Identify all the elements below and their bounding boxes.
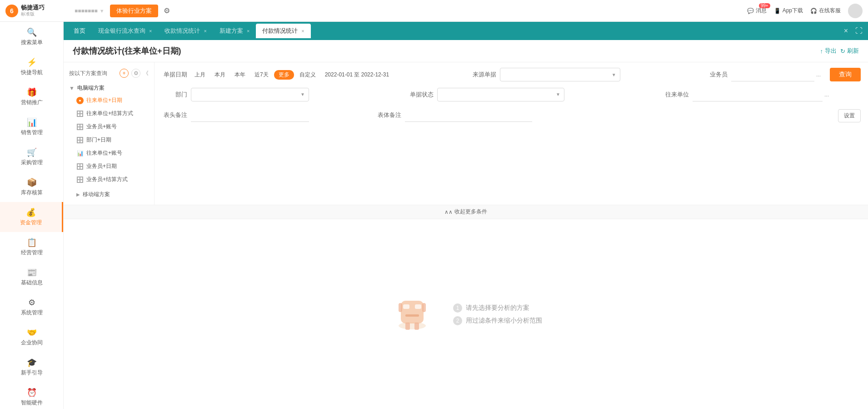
sidebar-label-collab: 企业协同	[21, 339, 43, 347]
setting-button[interactable]: 设置	[838, 109, 861, 122]
sidebar-item-collab[interactable]: 🤝 企业协同	[0, 322, 63, 352]
counterpart-dots[interactable]: ...	[824, 91, 829, 98]
sidebar-item-quicknav[interactable]: ⚡ 快捷导航	[0, 52, 63, 82]
breadcrumb-path: ■■■■■■■	[75, 8, 98, 14]
tabs-bar: 首页 现金银行流水查询 × 收款情况统计 × 新建方案 × 付款情况统计 ×	[64, 22, 868, 40]
query-button[interactable]: 查询	[830, 68, 861, 81]
message-item[interactable]: 💬 消息 99+	[747, 7, 767, 15]
docstatus-select[interactable]: ▼	[437, 88, 564, 101]
breadcrumb-arrow: ▼	[100, 8, 105, 14]
date-btn-last-month[interactable]: 上月	[191, 70, 209, 80]
date-btn-custom[interactable]: 自定义	[296, 70, 319, 80]
staff-input[interactable]	[731, 68, 814, 81]
user-avatar[interactable]	[848, 4, 863, 18]
sidebar-item-search[interactable]: 🔍 搜索菜单	[0, 22, 63, 52]
header-actions: ↑ 导出 ↻ 刷新	[820, 47, 859, 55]
date-range: 2022-01-01 至 2022-12-31	[325, 71, 389, 79]
sidebar-label-sales: 销售管理	[21, 129, 43, 136]
sales-icon: 📊	[27, 117, 37, 127]
scheme-item-0[interactable]: ● 往来单位+日期	[64, 94, 154, 107]
empty-hint-2: 2 用过滤条件来缩小分析范围	[453, 316, 542, 325]
tab-payment[interactable]: 付款情况统计 ×	[256, 24, 310, 38]
maximize-btn[interactable]: ⛶	[853, 25, 864, 37]
close-all-btn[interactable]: ×	[842, 25, 850, 37]
date-btn-this-year[interactable]: 本年	[231, 70, 249, 80]
sidebar-label-marketing: 营销推广	[21, 99, 43, 106]
bodynote-input[interactable]	[405, 108, 532, 122]
tab-home[interactable]: 首页	[67, 24, 92, 38]
app-download-item[interactable]: 📱 App下载	[774, 7, 803, 15]
scheme-item-4[interactable]: 📊 往来单位+账号	[64, 146, 154, 160]
sidebar-item-business[interactable]: 📋 经营管理	[0, 232, 63, 262]
scheme-group-mobile[interactable]: ▶ 移动端方案	[64, 189, 154, 200]
scheme-item-2[interactable]: 业务员+账号	[64, 120, 154, 133]
collapse-chevron: ∧∧	[444, 209, 453, 215]
settings-scheme-btn[interactable]: ⚙	[131, 69, 140, 78]
staff-dots[interactable]: ...	[816, 71, 821, 78]
sidebar-item-system[interactable]: ⚙ 系统管理	[0, 292, 63, 322]
scheme-sidebar: 按以下方案查询 + ⚙ 《 ▼ 电脑端方案	[64, 62, 155, 205]
sidebar-label-inventory: 库存核算	[21, 189, 43, 197]
sidebar-label-guide: 新手引导	[21, 369, 43, 377]
refresh-button[interactable]: ↻ 刷新	[840, 47, 859, 55]
scheme-item-6[interactable]: 业务员+结算方式	[64, 173, 154, 186]
sidebar-item-hardware[interactable]: ⏰ 智能硬件	[0, 382, 63, 409]
sidebar-item-guide[interactable]: 🎓 新手引导	[0, 352, 63, 382]
scheme-header: 按以下方案查询 + ⚙ 《	[64, 67, 154, 80]
tab-cashflow-close[interactable]: ×	[149, 28, 152, 34]
date-btn-7days[interactable]: 近7天	[251, 70, 272, 80]
inventory-icon: 📦	[27, 177, 37, 187]
scheme-item-label-0: 往来单位+日期	[86, 96, 122, 104]
export-label: 导出	[825, 47, 837, 55]
scheme-item-label-4: 往来单位+账号	[86, 149, 122, 157]
scheme-item-1[interactable]: 往来单位+结算方式	[64, 107, 154, 120]
content-header: 付款情况统计(往来单位+日期) ↑ 导出 ↻ 刷新	[64, 40, 868, 62]
svg-rect-1	[401, 301, 424, 323]
scheme-item-icon-6	[76, 176, 84, 183]
headernote-label: 表头备注	[162, 111, 187, 119]
online-service-item[interactable]: 🎧 在线客服	[810, 7, 841, 15]
counterpart-input[interactable]	[693, 88, 823, 101]
scheme-item-label-1: 往来单位+结算方式	[86, 110, 133, 117]
system-icon: ⚙	[28, 298, 35, 308]
sidebar-item-marketing[interactable]: 🎁 营销推广	[0, 82, 63, 112]
collapse-more-btn[interactable]: ∧∧ 收起更多条件	[64, 205, 868, 218]
tab-newscheme-close[interactable]: ×	[247, 28, 249, 34]
tab-receipt-close[interactable]: ×	[204, 28, 206, 34]
export-button[interactable]: ↑ 导出	[820, 47, 837, 55]
settings-icon[interactable]: ⚙	[164, 6, 170, 15]
tab-payment-close[interactable]: ×	[301, 28, 304, 34]
dept-select[interactable]: ▼	[191, 88, 309, 101]
source-select[interactable]: ▼	[500, 68, 620, 81]
date-btn-more[interactable]: 更多	[274, 70, 294, 80]
docstatus-label: 单据状态	[408, 91, 434, 99]
scheme-item-3[interactable]: 部门+日期	[64, 133, 154, 146]
scheme-group-title-desktop[interactable]: ▼ 电脑端方案	[64, 82, 154, 94]
sidebar-item-finance[interactable]: 💰 资金管理	[0, 202, 63, 232]
headernote-input[interactable]	[191, 108, 309, 122]
add-scheme-btn[interactable]: +	[120, 69, 129, 78]
sidebar-item-purchase[interactable]: 🛒 采购管理	[0, 142, 63, 172]
trial-button[interactable]: 体验行业方案	[110, 5, 158, 17]
tab-cashflow-label: 现金银行流水查询	[98, 27, 145, 35]
robot-wrapper	[389, 287, 435, 333]
sidebar-item-basic[interactable]: 📰 基础信息	[0, 262, 63, 292]
tab-newscheme[interactable]: 新建方案 ×	[213, 24, 256, 38]
filter-row-1: 单据日期 上月 本月 本年 近7天 更多 自定义 2022-01-01 至 20…	[162, 68, 861, 81]
scheme-item-label-5: 业务员+日期	[86, 162, 117, 170]
tab-receipt[interactable]: 收款情况统计 ×	[158, 24, 213, 38]
scheme-collapse-btn[interactable]: 《	[143, 70, 149, 77]
scheme-item-5[interactable]: 业务员+日期	[64, 160, 154, 173]
tab-receipt-label: 收款情况统计	[165, 27, 200, 35]
hardware-icon: ⏰	[27, 388, 37, 398]
docstatus-arrow: ▼	[556, 92, 560, 97]
tab-payment-label: 付款情况统计	[262, 27, 298, 35]
date-btn-this-month[interactable]: 本月	[211, 70, 229, 80]
sidebar-label-purchase: 采购管理	[21, 159, 43, 167]
sidebar-item-inventory[interactable]: 📦 库存核算	[0, 172, 63, 202]
tab-cashflow[interactable]: 现金银行流水查询 ×	[92, 24, 158, 38]
empty-hint-1: 1 请先选择要分析的方案	[453, 303, 542, 313]
sidebar-item-sales[interactable]: 📊 销售管理	[0, 112, 63, 142]
empty-hints: 1 请先选择要分析的方案 2 用过滤条件来缩小分析范围	[453, 303, 542, 325]
filter-row-2: 部门 ▼ 单据状态 ▼ 往来单位	[162, 87, 861, 102]
